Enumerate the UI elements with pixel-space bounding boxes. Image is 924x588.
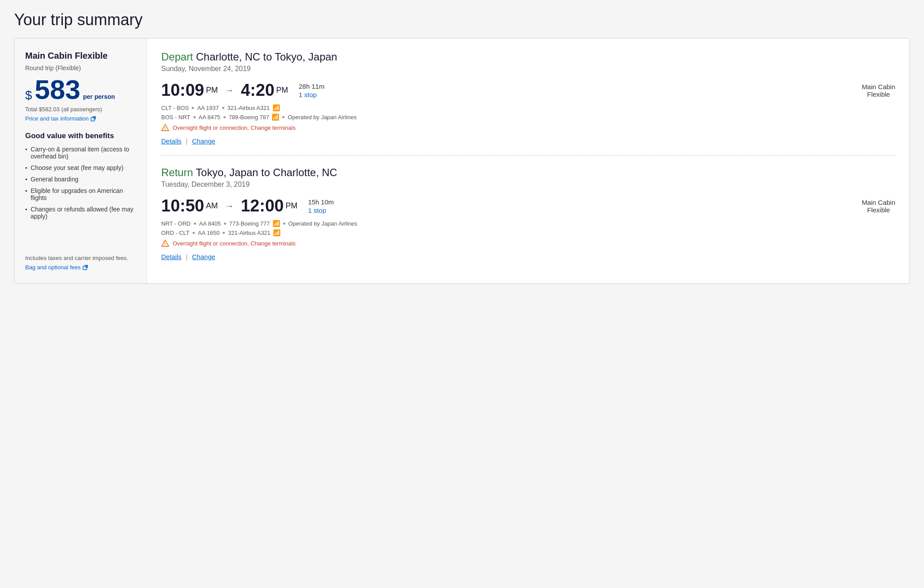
benefit-item: Carry-on & personal item (access to over… [25,146,136,160]
return-section: Return Tokyo, Japan to Charlotte, NC Tue… [161,155,895,271]
return-action-links: Details | Change [161,253,895,260]
svg-text:!: ! [164,242,166,246]
per-person-label: per person [83,93,115,101]
depart-period: PM [206,86,218,95]
summary-card: Main Cabin Flexible Round trip (Flexible… [14,38,910,284]
warning-triangle-icon: ! [161,124,169,131]
left-bottom: Includes taxes and carrier imposed fees.… [25,255,136,271]
depart-warning: ! Overnight flight or connection, Change… [161,124,895,131]
left-panel: Main Cabin Flexible Round trip (Flexible… [15,38,147,283]
page-title: Your trip summary [14,11,910,29]
right-panel: Depart Charlotte, NC to Tokyo, Japan Sun… [147,38,909,283]
benefit-item: Changes or refunds allowed (fee may appl… [25,206,136,220]
price-tax-link[interactable]: Price and tax information [25,115,96,122]
return-label: Return [161,166,193,178]
arrive-time: 4:20 [241,81,274,100]
dot [223,232,225,234]
svg-text:!: ! [164,126,166,131]
taxes-note: Includes taxes and carrier imposed fees. [25,255,136,261]
depart-segment-1: CLT - BOS AA 1937 321-Airbus A321 📶 [161,104,895,111]
depart-time: 10:09 [161,81,204,100]
depart-header: Depart Charlotte, NC to Tokyo, Japan [161,51,895,63]
return-change-link[interactable]: Change [192,253,216,260]
depart-details-link[interactable]: Details [161,137,182,145]
wifi-icon: 📶 [273,104,280,111]
return-details-link[interactable]: Details [161,253,182,260]
trip-type: Round trip (Flexible) [25,64,136,72]
dot [193,116,196,118]
price-amount: 583 [35,76,80,103]
bag-fees-link[interactable]: Bag and optional fees [25,264,88,271]
benefits-title: Good value with benefits [25,132,136,140]
return-duration: 15h 10m [308,198,333,206]
return-segment-2: ORD - CLT AA 1650 321-Airbus A321 📶 [161,229,895,236]
depart-cabin-label: Main CabinFlexible [853,83,895,98]
dot [193,232,195,234]
return-times-row: 10:50 AM → 12:00 PM 15h 10m 1 stop Main … [161,196,895,215]
return-date: Tuesday, December 3, 2019 [161,181,895,188]
dot [223,116,226,118]
external-link-icon [91,116,96,121]
dollar-sign: $ [25,89,32,102]
depart-section: Depart Charlotte, NC to Tokyo, Japan Sun… [161,51,895,155]
wifi-icon: 📶 [273,220,280,227]
return-arrow: → [225,201,234,211]
warning-triangle-icon: ! [161,240,169,247]
return-depart-period: AM [206,201,218,211]
bag-external-icon [83,265,88,270]
benefit-item: Eligible for upgrades on American flight… [25,187,136,201]
depart-times-row: 10:09 PM → 4:20 PM 28h 11m 1 stop Main C… [161,81,895,100]
return-arrive-time: 12:00 [241,196,284,215]
return-segment-1: NRT - ORD AA 8405 773-Boeing 777 📶 Opera… [161,220,895,227]
return-stops-link[interactable]: 1 stop [308,207,333,214]
dot [194,222,196,225]
return-duration-stops: 15h 10m 1 stop [308,198,333,214]
dot [192,107,194,109]
depart-duration-stops: 28h 11m 1 stop [299,83,324,98]
action-sep: | [186,137,188,145]
cabin-class-title: Main Cabin Flexible [25,51,136,61]
price-row: $ 583 per person [25,76,136,103]
return-arrive-period: PM [285,201,297,211]
arrive-period: PM [276,86,288,95]
action-sep: | [186,253,188,260]
depart-segment-2: BOS - NRT AA 8475 789-Boeing 787 📶 Opera… [161,113,895,121]
depart-duration: 28h 11m [299,83,324,90]
benefits-list: Carry-on & personal item (access to over… [25,146,136,220]
depart-change-link[interactable]: Change [192,137,216,145]
depart-stops-link[interactable]: 1 stop [299,91,324,98]
dot [222,107,224,109]
depart-arrow: → [225,85,234,95]
depart-date: Sunday, November 24, 2019 [161,65,895,73]
return-depart-time: 10:50 [161,196,204,215]
depart-label: Depart [161,51,193,63]
return-header: Return Tokyo, Japan to Charlotte, NC [161,166,895,179]
benefit-item: Choose your seat (fee may apply) [25,164,136,171]
dot [224,222,226,225]
dot [282,116,284,118]
depart-action-links: Details | Change [161,137,895,145]
benefit-item: General boarding [25,176,136,183]
wifi-icon: 📶 [273,229,280,236]
wifi-icon: 📶 [272,113,279,121]
total-price: Total $582.03 (all passengers) [25,106,136,113]
return-cabin-label: Main CabinFlexible [853,199,895,214]
left-top: Main Cabin Flexible Round trip (Flexible… [25,51,136,224]
dot [283,222,285,225]
return-warning: ! Overnight flight or connection, Change… [161,240,895,247]
